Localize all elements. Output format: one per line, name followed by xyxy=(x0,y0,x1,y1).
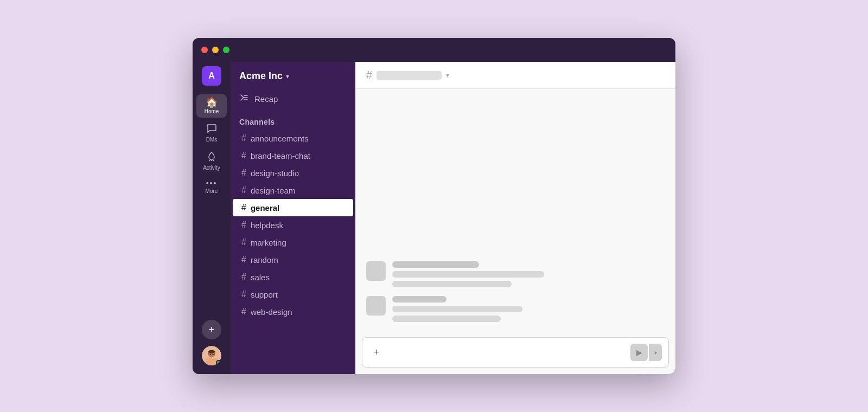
hash-icon: # xyxy=(241,151,246,160)
maximize-button[interactable] xyxy=(223,47,229,53)
recap-item[interactable]: Recap xyxy=(231,88,355,109)
more-icon: ••• xyxy=(206,179,218,187)
add-workspace-button[interactable]: + xyxy=(202,320,221,339)
dms-icon xyxy=(206,123,217,136)
channel-name: sales xyxy=(251,273,270,282)
channel-item-support[interactable]: # support xyxy=(233,286,353,303)
hash-icon: # xyxy=(241,307,246,317)
channels-header: Channels xyxy=(231,109,355,130)
channel-item-marketing[interactable]: # marketing xyxy=(233,234,353,251)
recap-label: Recap xyxy=(254,94,278,104)
message-line-2 xyxy=(392,316,501,322)
nav-label-home: Home xyxy=(205,108,219,114)
send-button[interactable]: ▶ xyxy=(630,344,648,361)
channel-name: design-team xyxy=(251,186,296,195)
channel-item-design-team[interactable]: # design-team xyxy=(233,182,353,199)
channel-header-chevron-icon: ▾ xyxy=(446,72,449,79)
hash-icon: # xyxy=(241,168,246,178)
channel-name: helpdesk xyxy=(251,221,283,230)
home-icon: 🏠 xyxy=(206,98,218,107)
app-window: A 🏠 Home DMs xyxy=(193,38,675,374)
channel-item-helpdesk[interactable]: # helpdesk xyxy=(233,216,353,234)
hash-icon: # xyxy=(241,237,246,247)
message-avatar xyxy=(366,296,386,316)
main-layout: A 🏠 Home DMs xyxy=(193,62,675,374)
close-button[interactable] xyxy=(201,47,208,53)
nav-label-dms: DMs xyxy=(206,137,218,143)
hash-icon: # xyxy=(241,272,246,282)
hash-icon: # xyxy=(241,133,246,143)
message-content xyxy=(392,296,522,322)
recap-icon xyxy=(239,93,249,105)
channel-name: design-studio xyxy=(251,169,299,178)
hash-icon: # xyxy=(241,220,246,230)
message-line-2 xyxy=(392,281,512,287)
channel-header-name-placeholder xyxy=(376,71,442,80)
channel-name: announcements xyxy=(251,134,309,143)
channel-name: web-design xyxy=(251,307,292,317)
channel-header-hash-icon: # xyxy=(366,69,372,81)
channel-name: general xyxy=(251,203,279,213)
workspace-header[interactable]: Acme Inc ▾ xyxy=(231,62,355,88)
nav-label-activity: Activity xyxy=(203,165,220,171)
message-line-name xyxy=(392,261,479,268)
minimize-button[interactable] xyxy=(212,47,219,53)
far-left-nav: A 🏠 Home DMs xyxy=(193,62,231,374)
channel-header: # ▾ xyxy=(355,62,675,89)
activity-icon xyxy=(206,151,217,164)
channel-name: support xyxy=(251,290,278,299)
workspace-avatar[interactable]: A xyxy=(202,66,221,86)
nav-item-more[interactable]: ••• More xyxy=(196,176,227,197)
channel-item-sales[interactable]: # sales xyxy=(233,268,353,286)
channel-name: brand-team-chat xyxy=(251,151,310,160)
workspace-chevron-icon: ▾ xyxy=(286,73,289,80)
nav-item-activity[interactable]: Activity xyxy=(196,148,227,174)
channel-item-announcements[interactable]: # announcements xyxy=(233,130,353,147)
svg-point-5 xyxy=(209,354,210,355)
nav-item-dms[interactable]: DMs xyxy=(196,120,227,146)
nav-item-home[interactable]: 🏠 Home xyxy=(196,94,227,118)
channel-item-random[interactable]: # random xyxy=(233,251,353,268)
channel-item-brand-team-chat[interactable]: # brand-team-chat xyxy=(233,147,353,164)
send-dropdown-button[interactable]: ▾ xyxy=(649,344,662,361)
sidebar: Acme Inc ▾ Recap Channels # announcemen xyxy=(231,62,355,374)
messages-area xyxy=(355,89,675,333)
main-content: # ▾ xyxy=(355,62,675,374)
message-content xyxy=(392,261,544,287)
channel-item-web-design[interactable]: # web-design xyxy=(233,303,353,320)
channel-item-general[interactable]: # general xyxy=(233,199,353,216)
channel-name: marketing xyxy=(251,238,286,247)
hash-icon: # xyxy=(241,255,246,265)
message-line-1 xyxy=(392,306,522,312)
input-plus-button[interactable]: + xyxy=(369,345,384,360)
message-line-1 xyxy=(392,271,544,278)
hash-icon: # xyxy=(241,185,246,195)
hash-icon: # xyxy=(241,203,246,213)
online-status-dot xyxy=(216,360,221,365)
channel-name: random xyxy=(251,255,278,265)
title-bar xyxy=(193,38,675,62)
svg-point-6 xyxy=(212,354,213,355)
svg-rect-7 xyxy=(209,350,214,353)
message-input-area[interactable]: + ▶ ▾ xyxy=(362,337,669,368)
nav-label-more: More xyxy=(206,188,218,194)
hash-icon: # xyxy=(241,289,246,299)
message-item xyxy=(366,261,665,287)
message-item xyxy=(366,296,665,322)
message-line-name xyxy=(392,296,446,302)
channel-item-design-studio[interactable]: # design-studio xyxy=(233,164,353,182)
workspace-name: Acme Inc xyxy=(239,70,283,82)
user-avatar[interactable] xyxy=(202,346,221,365)
message-avatar xyxy=(366,261,386,281)
